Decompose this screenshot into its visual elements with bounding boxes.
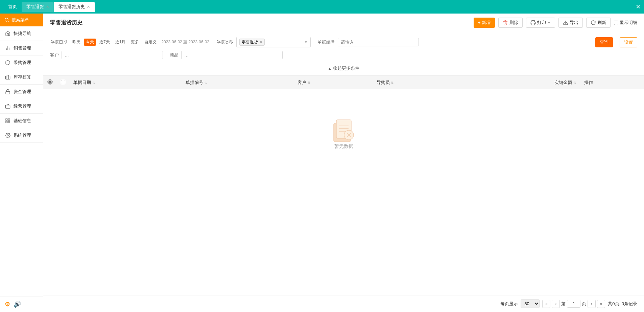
goods-input[interactable]: … [181, 51, 283, 59]
table-col-actions-label: 操作 [584, 80, 593, 85]
bill-type-tag: 零售退货 ✕ [239, 39, 265, 46]
date-btn-more[interactable]: 更多 [129, 39, 141, 46]
filter-row-1: 单据日期 昨天 今天 近7天 近1月 更多 自定义 2023-06-02 至 2… [50, 37, 637, 47]
table-select-all-checkbox[interactable] [61, 80, 65, 84]
bill-type-dropdown-icon: ▼ [304, 40, 308, 44]
per-page-select[interactable]: 10 20 50 100 [521, 299, 540, 308]
content-area: 零售退货历史 + 新增 删除 打印 ▼ 导出 刷新 [43, 14, 644, 312]
tab-retail-return-close[interactable]: ✕ [46, 5, 49, 9]
table-header-guide[interactable]: 导购员 ⇅ [373, 76, 468, 89]
collapse-up-icon: ▲ [328, 66, 332, 70]
data-table: 单据日期 ⇅ 单据编号 ⇅ 客户 ⇅ 导购员 ⇅ [43, 76, 644, 177]
delete-icon [503, 20, 508, 25]
sort-customer-icon: ⇅ [308, 81, 310, 85]
date-btn-1month[interactable]: 近1月 [113, 39, 128, 46]
tab-retail-return[interactable]: 零售退货 ✕ [22, 2, 54, 12]
page-title: 零售退货历史 [50, 19, 82, 26]
table-col-bill-no-label: 单据编号 [186, 80, 203, 85]
sidebar-volume-icon[interactable]: 🔊 [14, 300, 21, 308]
print-button[interactable]: 打印 ▼ [526, 18, 555, 28]
sidebar-item-operations[interactable]: 经营管理 [0, 99, 43, 114]
briefcase-icon [5, 103, 11, 109]
tab-retail-return-history[interactable]: 零售退货历史 ✕ [54, 2, 95, 12]
print-icon [530, 20, 536, 25]
export-button-label: 导出 [570, 20, 578, 26]
table-header-actions: 操作 [580, 76, 644, 89]
filter-bill-no: 单据编号 [317, 38, 419, 46]
export-button[interactable]: 导出 [558, 18, 583, 28]
page-header: 零售退货历史 + 新增 删除 打印 ▼ 导出 刷新 [43, 14, 644, 32]
sort-bill-no-icon: ⇅ [204, 81, 207, 85]
sidebar-item-inventory[interactable]: 库存核算 [0, 70, 43, 85]
sidebar-item-system[interactable]: 系统管理 [0, 128, 43, 143]
date-btn-7days[interactable]: 近7天 [97, 39, 112, 46]
sidebar-item-sales[interactable]: 销售管理 [0, 41, 43, 55]
sidebar-item-inventory-label: 库存核算 [14, 74, 31, 80]
sidebar-item-purchase[interactable]: 采购管理 [0, 55, 43, 70]
page-first-button[interactable]: « [542, 300, 550, 308]
table-header-customer[interactable]: 客户 ⇅ [293, 76, 372, 89]
per-page-label: 每页显示 [500, 301, 518, 307]
total-info: 共0页, 0条记录 [608, 301, 637, 307]
window-close-button[interactable]: ✕ [636, 3, 641, 10]
customer-input[interactable]: … [62, 51, 163, 59]
print-dropdown-icon: ▼ [547, 21, 551, 25]
warehouse-icon [5, 74, 11, 80]
sort-guide-icon: ⇅ [391, 81, 393, 85]
svg-rect-9 [8, 119, 10, 120]
svg-rect-13 [532, 23, 534, 25]
bill-type-tag-close[interactable]: ✕ [259, 40, 262, 44]
page-number-input[interactable] [567, 300, 580, 308]
collapse-button[interactable]: ▲ 收起更多条件 [328, 65, 359, 71]
delete-button-label: 删除 [509, 20, 518, 26]
table-col-amount-label: 实销金额 [554, 80, 572, 85]
table-header-bill-date[interactable]: 单据日期 ⇅ [69, 76, 182, 89]
bill-type-select[interactable]: 零售退货 ✕ ▼ [236, 37, 311, 47]
settings-icon [5, 132, 11, 138]
show-detail-checkbox-label[interactable]: 显示明细 [614, 20, 637, 26]
sidebar-search[interactable]: 搜索菜单 [0, 14, 43, 26]
table-col-guide-label: 导购员 [377, 80, 390, 85]
settings-button[interactable]: 设置 [620, 37, 637, 47]
table-col-customer-label: 客户 [297, 80, 306, 85]
table-header-amount[interactable]: 实销金额 ⇅ [468, 76, 580, 89]
refresh-button-label: 刷新 [597, 20, 606, 26]
tab-home[interactable]: 首页 [3, 2, 22, 12]
bill-no-input[interactable] [338, 38, 419, 46]
sidebar-item-quick-nav[interactable]: 快捷导航 [0, 26, 43, 41]
add-button[interactable]: + 新增 [474, 18, 495, 28]
query-button[interactable]: 查询 [595, 37, 613, 47]
sidebar-gear-icon[interactable]: ⚙ [5, 300, 10, 308]
sort-bill-date-icon: ⇅ [92, 81, 95, 85]
date-btn-today[interactable]: 今天 [84, 39, 96, 46]
page-next-button[interactable]: › [588, 300, 596, 308]
sidebar-item-finance[interactable]: 资金管理 [0, 85, 43, 99]
pagination: 每页显示 10 20 50 100 « ‹ 第 页 › » 共0页, 0条记录 [43, 295, 644, 312]
date-filters: 昨天 今天 近7天 近1月 更多 自定义 [70, 39, 159, 46]
page-prev-button[interactable]: ‹ [552, 300, 560, 308]
sidebar-item-purchase-label: 采购管理 [14, 60, 31, 66]
sidebar-item-operations-label: 经营管理 [14, 103, 31, 109]
filter-customer: 客户 … [50, 51, 163, 59]
table-header-bill-no[interactable]: 单据编号 ⇅ [182, 76, 294, 89]
lock-icon [5, 89, 11, 95]
svg-rect-6 [6, 91, 10, 94]
page-last-button[interactable]: » [597, 300, 605, 308]
delete-button[interactable]: 删除 [498, 18, 523, 28]
table-header-gear[interactable] [43, 76, 57, 89]
sidebar-item-finance-label: 资金管理 [14, 89, 31, 95]
filter-bill-type: 单据类型 零售退货 ✕ ▼ [216, 37, 311, 47]
table-gear-icon [47, 79, 53, 85]
tab-retail-return-history-close[interactable]: ✕ [87, 5, 90, 9]
svg-rect-7 [5, 105, 10, 108]
bill-date-label: 单据日期 [50, 39, 68, 45]
goods-label: 商品 [170, 52, 178, 58]
date-btn-yesterday[interactable]: 昨天 [70, 39, 82, 46]
sidebar-item-basic-info[interactable]: 基础信息 [0, 114, 43, 128]
show-detail-checkbox[interactable] [614, 21, 618, 25]
empty-illustration [330, 116, 357, 143]
table-header-checkbox[interactable] [57, 76, 69, 89]
date-btn-custom[interactable]: 自定义 [142, 39, 159, 46]
tab-retail-return-label: 零售退货 [26, 4, 44, 10]
refresh-button[interactable]: 刷新 [586, 18, 611, 28]
